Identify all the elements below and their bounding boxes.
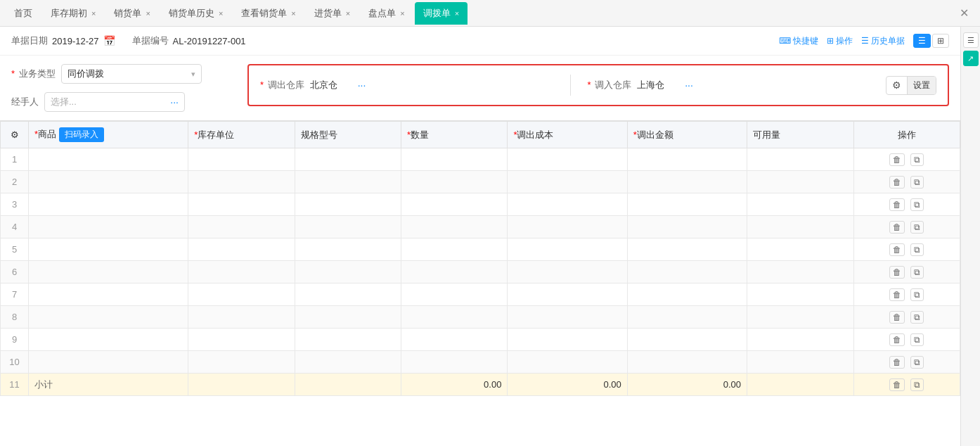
row-amount-4[interactable] (627, 216, 747, 238)
row-cost-10[interactable] (508, 351, 627, 374)
row-product-6[interactable] (29, 261, 188, 283)
row-available-5[interactable] (747, 238, 853, 261)
row-qty-2[interactable] (401, 171, 507, 193)
row-amount-3[interactable] (627, 193, 747, 216)
row-qty-4[interactable] (401, 216, 507, 238)
row-cost-5[interactable] (508, 238, 627, 261)
row-amount-10[interactable] (627, 351, 747, 374)
row-product-3[interactable] (29, 193, 188, 216)
row-cost-3[interactable] (508, 193, 627, 216)
tab-view-sales-close[interactable]: × (291, 9, 295, 18)
row-spec-7[interactable] (295, 283, 401, 306)
tab-transfer[interactable]: 调拨单 × (415, 2, 468, 25)
row-copy-button[interactable]: ⧉ (910, 333, 924, 346)
row-delete-button[interactable]: 🗑 (889, 288, 905, 301)
row-delete-button[interactable]: 🗑 (889, 333, 905, 346)
row-delete-button[interactable]: 🗑 (889, 311, 905, 324)
row-product-9[interactable] (29, 329, 188, 351)
tab-home[interactable]: 首页 (6, 2, 41, 25)
row-spec-9[interactable] (295, 329, 401, 351)
row-delete-button[interactable]: 🗑 (889, 243, 905, 256)
row-available-1[interactable] (747, 148, 853, 171)
tab-sales-order-close[interactable]: × (146, 9, 150, 18)
row-delete-button[interactable]: 🗑 (889, 356, 905, 369)
warehouse-in-ellipsis[interactable]: ··· (685, 79, 693, 91)
row-copy-button[interactable]: ⧉ (910, 266, 924, 279)
row-copy-button[interactable]: ⧉ (910, 243, 924, 256)
row-qty-8[interactable] (401, 306, 507, 329)
row-qty-5[interactable] (401, 238, 507, 261)
row-delete-button[interactable]: 🗑 (889, 176, 905, 189)
close-window-button[interactable]: ✕ (954, 6, 974, 20)
tab-view-sales[interactable]: 查看销货单 × (233, 2, 304, 25)
row-spec-1[interactable] (295, 148, 401, 171)
row-copy-button[interactable]: ⧉ (910, 356, 924, 369)
row-available-8[interactable] (747, 306, 853, 329)
row-product-1[interactable] (29, 148, 188, 171)
row-copy-button[interactable]: ⧉ (910, 153, 924, 166)
row-cost-1[interactable] (508, 148, 627, 171)
row-unit-7[interactable] (188, 283, 295, 306)
sidebar-external-button[interactable]: ↗ (963, 51, 979, 66)
row-available-2[interactable] (747, 171, 853, 193)
warehouse-out-ellipsis[interactable]: ··· (358, 79, 366, 91)
scan-button[interactable]: 扫码录入 (59, 127, 104, 142)
row-copy-button[interactable]: ⧉ (910, 198, 924, 211)
row-copy-button[interactable]: ⧉ (910, 221, 924, 234)
operations-action[interactable]: ⊞ 操作 (827, 35, 853, 47)
tab-init-stock-close[interactable]: × (91, 9, 96, 18)
row-available-6[interactable] (747, 261, 853, 283)
row-delete-button[interactable]: 🗑 (889, 266, 905, 279)
business-type-select[interactable]: 同价调拨 ▾ (61, 64, 202, 84)
row-unit-5[interactable] (188, 238, 295, 261)
row-product-4[interactable] (29, 216, 188, 238)
handler-select[interactable]: 选择... ··· (44, 92, 185, 112)
tab-purchase-order-close[interactable]: × (346, 9, 350, 18)
row-qty-6[interactable] (401, 261, 507, 283)
row-amount-7[interactable] (627, 283, 747, 306)
row-cost-6[interactable] (508, 261, 627, 283)
row-spec-6[interactable] (295, 261, 401, 283)
tab-sales-history[interactable]: 销货单历史 × (160, 2, 231, 25)
row-product-5[interactable] (29, 238, 188, 261)
row-cost-2[interactable] (508, 171, 627, 193)
row-product-2[interactable] (29, 171, 188, 193)
row-copy-button[interactable]: ⧉ (910, 311, 924, 324)
tab-transfer-close[interactable]: × (455, 9, 459, 18)
tab-init-stock[interactable]: 库存期初 × (42, 2, 104, 25)
row-unit-2[interactable] (188, 171, 295, 193)
row-cost-8[interactable] (508, 306, 627, 329)
row-delete-button[interactable]: 🗑 (889, 153, 905, 166)
warehouse-settings-button[interactable]: ⚙ 设置 (886, 76, 936, 95)
row-product-8[interactable] (29, 306, 188, 329)
row-unit-1[interactable] (188, 148, 295, 171)
row-cost-9[interactable] (508, 329, 627, 351)
row-amount-2[interactable] (627, 171, 747, 193)
row-delete-button[interactable]: 🗑 (889, 221, 905, 234)
row-available-10[interactable] (747, 351, 853, 374)
row-product-7[interactable] (29, 283, 188, 306)
grid-view-button[interactable]: ⊞ (932, 34, 949, 48)
row-available-4[interactable] (747, 216, 853, 238)
tab-sales-order[interactable]: 销货单 × (105, 2, 158, 25)
row-unit-9[interactable] (188, 329, 295, 351)
row-delete-button[interactable]: 🗑 (889, 378, 905, 391)
row-unit-4[interactable] (188, 216, 295, 238)
row-amount-5[interactable] (627, 238, 747, 261)
row-cost-7[interactable] (508, 283, 627, 306)
row-qty-7[interactable] (401, 283, 507, 306)
row-available-9[interactable] (747, 329, 853, 351)
calendar-icon[interactable]: 📅 (103, 35, 115, 46)
handler-ellipsis-icon[interactable]: ··· (170, 96, 179, 108)
row-spec-4[interactable] (295, 216, 401, 238)
row-spec-2[interactable] (295, 171, 401, 193)
row-delete-button[interactable]: 🗑 (889, 198, 905, 211)
row-unit-10[interactable] (188, 351, 295, 374)
list-view-button[interactable]: ☰ (913, 34, 931, 48)
row-unit-8[interactable] (188, 306, 295, 329)
shortcuts-action[interactable]: ⌨ 快捷键 (779, 35, 818, 47)
row-product-10[interactable] (29, 351, 188, 374)
tab-purchase-order[interactable]: 进货单 × (306, 2, 359, 25)
row-unit-3[interactable] (188, 193, 295, 216)
row-cost-4[interactable] (508, 216, 627, 238)
